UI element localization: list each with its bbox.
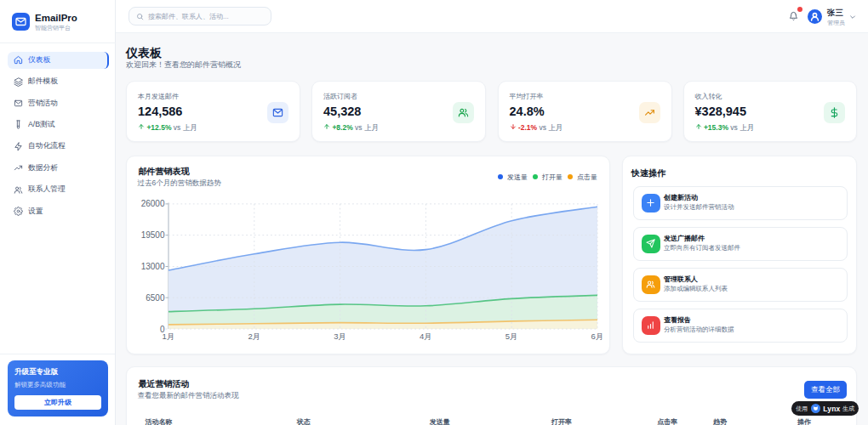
svg-text:3月: 3月 <box>334 332 346 341</box>
svg-text:13000: 13000 <box>141 262 165 271</box>
svg-text:6月: 6月 <box>591 332 604 341</box>
svg-text:19500: 19500 <box>141 230 165 240</box>
svg-text:4月: 4月 <box>420 332 432 341</box>
svg-text:2月: 2月 <box>248 332 260 341</box>
svg-text:6500: 6500 <box>146 293 165 303</box>
svg-text:5月: 5月 <box>505 332 518 341</box>
svg-text:1月: 1月 <box>163 332 175 341</box>
svg-text:26000: 26000 <box>141 199 165 208</box>
